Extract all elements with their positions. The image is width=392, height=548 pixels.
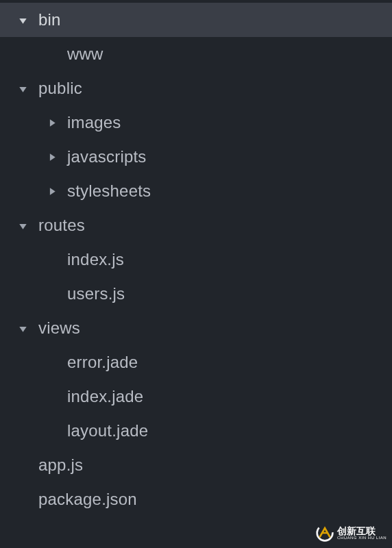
logo-icon xyxy=(315,523,334,543)
file-label: layout.jade xyxy=(59,421,148,440)
folder-label: routes xyxy=(30,216,85,235)
file-label: app.js xyxy=(30,456,83,475)
chevron-down-icon xyxy=(15,321,30,336)
folder-label: views xyxy=(30,319,80,338)
file-layout-jade[interactable]: layout.jade xyxy=(0,414,392,448)
file-label: www xyxy=(59,45,103,64)
file-label: users.js xyxy=(59,284,125,303)
chevron-down-icon xyxy=(15,218,30,233)
file-label: error.jade xyxy=(59,353,138,372)
folder-label: images xyxy=(59,113,121,132)
folder-images[interactable]: images xyxy=(0,105,392,140)
folder-stylesheets[interactable]: stylesheets xyxy=(0,174,392,208)
watermark-text: 创新互联 CHUANG XIN HU LIAN xyxy=(337,526,387,540)
folder-public[interactable]: public xyxy=(0,71,392,105)
chevron-right-icon xyxy=(44,184,59,199)
folder-javascripts[interactable]: javascripts xyxy=(0,140,392,174)
watermark-main: 创新互联 xyxy=(337,526,387,536)
file-label: package.json xyxy=(30,490,137,509)
file-index-jade[interactable]: index.jade xyxy=(0,379,392,414)
folder-label: bin xyxy=(30,10,61,29)
file-tree: bin www public images javascripts styles… xyxy=(0,0,392,519)
chevron-right-icon xyxy=(44,149,59,164)
folder-label: public xyxy=(30,79,82,98)
file-users-js[interactable]: users.js xyxy=(0,277,392,311)
file-error-jade[interactable]: error.jade xyxy=(0,345,392,379)
file-www[interactable]: www xyxy=(0,37,392,71)
file-app-js[interactable]: app.js xyxy=(0,448,392,482)
watermark: 创新互联 CHUANG XIN HU LIAN xyxy=(315,523,387,543)
chevron-down-icon xyxy=(15,12,30,27)
file-index-js[interactable]: index.js xyxy=(0,242,392,277)
chevron-right-icon xyxy=(44,115,59,130)
folder-bin[interactable]: bin xyxy=(0,3,392,37)
folder-routes[interactable]: routes xyxy=(0,208,392,242)
file-package-json[interactable]: package.json xyxy=(0,482,392,516)
file-label: index.js xyxy=(59,250,124,269)
watermark-sub: CHUANG XIN HU LIAN xyxy=(337,536,387,540)
chevron-down-icon xyxy=(15,81,30,96)
file-label: index.jade xyxy=(59,387,143,406)
folder-label: javascripts xyxy=(59,147,147,166)
folder-label: stylesheets xyxy=(59,182,151,201)
folder-views[interactable]: views xyxy=(0,311,392,345)
